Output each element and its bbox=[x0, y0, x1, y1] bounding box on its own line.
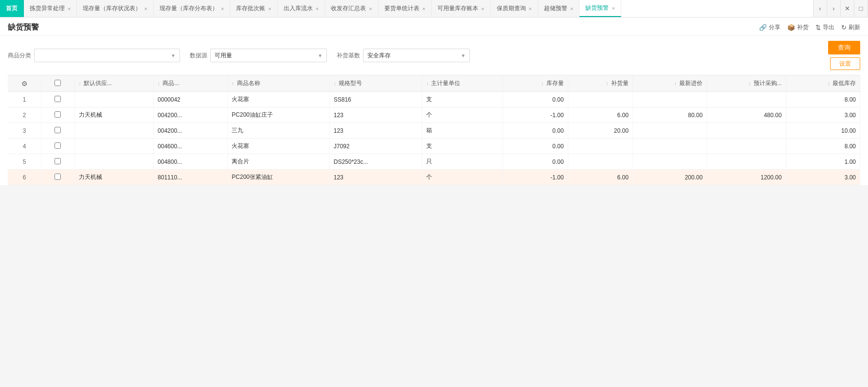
row-code: 004200... bbox=[158, 127, 182, 134]
tab-t9[interactable]: 保质期查询× bbox=[491, 0, 538, 17]
stock-sort-icon[interactable]: ↕ bbox=[541, 81, 543, 86]
row-min-stock: 8.00 bbox=[845, 96, 856, 103]
th-settings[interactable]: ⚙ bbox=[8, 75, 41, 92]
name-sort-icon[interactable]: ↕ bbox=[232, 81, 234, 86]
tab-close-icon[interactable]: × bbox=[316, 6, 319, 12]
row-checkbox[interactable] bbox=[54, 127, 61, 133]
row-stock: -1.00 bbox=[550, 112, 563, 119]
tab-close-icon[interactable]: × bbox=[68, 6, 71, 12]
th-checkbox[interactable] bbox=[41, 75, 75, 92]
tab-close-icon[interactable]: × bbox=[221, 6, 224, 12]
select-all-checkbox[interactable] bbox=[54, 80, 61, 86]
row-code: 004200... bbox=[158, 112, 182, 119]
row-replenish: 6.00 bbox=[617, 174, 628, 181]
row-spec: J7092 bbox=[334, 143, 350, 150]
tab-t2[interactable]: 现存量（库存状况表）× bbox=[77, 0, 153, 17]
tab-t4[interactable]: 库存批次账× bbox=[230, 0, 277, 17]
row-checkbox[interactable] bbox=[54, 158, 61, 164]
tab-scroll-left-btn[interactable]: ‹ bbox=[814, 0, 827, 17]
price-sort-icon[interactable]: ↕ bbox=[674, 81, 677, 86]
th-name: ↕ 商品名称 bbox=[228, 75, 329, 92]
tab-label: 保质期查询 bbox=[497, 4, 526, 13]
row-index: 1 bbox=[23, 96, 26, 103]
row-checkbox[interactable] bbox=[54, 96, 61, 102]
tab-label: 现存量（库存状况表） bbox=[83, 4, 141, 13]
tab-t1[interactable]: 拣货异常处理× bbox=[24, 0, 77, 17]
code-sort-icon[interactable]: ↕ bbox=[158, 81, 160, 86]
tab-close-icon[interactable]: × bbox=[422, 6, 425, 12]
row-checkbox[interactable] bbox=[54, 142, 61, 149]
tab-close-icon[interactable]: × bbox=[570, 6, 573, 12]
datasource-chevron-icon: ▼ bbox=[318, 53, 323, 58]
tab-t8[interactable]: 可用量库存账本× bbox=[432, 0, 490, 17]
row-stock: 0.00 bbox=[552, 158, 563, 165]
datasource-select[interactable]: 可用量 ▼ bbox=[210, 49, 327, 62]
row-stock: -1.00 bbox=[550, 174, 563, 181]
share-label: 分享 bbox=[769, 23, 780, 32]
tab-home-label: 首页 bbox=[6, 4, 18, 13]
refresh-icon: ↻ bbox=[841, 24, 847, 31]
tab-close-icon[interactable]: × bbox=[369, 6, 372, 12]
table-body: 10000042火花塞SS816支0.008.002力天机械004200...P… bbox=[8, 92, 860, 185]
replenish-label: 补货 bbox=[797, 23, 809, 32]
datasource-value: 可用量 bbox=[215, 52, 232, 60]
tab-t10[interactable]: 超储预警× bbox=[538, 0, 579, 17]
tab-label: 出入库流水 bbox=[284, 4, 313, 13]
share-button[interactable]: 🔗 分享 bbox=[759, 23, 780, 32]
row-index: 2 bbox=[23, 112, 26, 119]
share-icon: 🔗 bbox=[759, 24, 767, 31]
settings-gear-icon[interactable]: ⚙ bbox=[21, 80, 28, 88]
datasource-filter: 数据源 可用量 ▼ bbox=[190, 49, 327, 62]
tab-close-icon[interactable]: × bbox=[268, 6, 271, 12]
row-checkbox[interactable] bbox=[54, 174, 61, 180]
row-checkbox[interactable] bbox=[54, 111, 61, 118]
tab-t5[interactable]: 出入库流水× bbox=[278, 0, 325, 17]
row-spec: 123 bbox=[334, 112, 344, 119]
tab-label: 可用量库存账本 bbox=[437, 4, 478, 13]
settings-button[interactable]: 设置 bbox=[830, 57, 860, 70]
tab-close-icon[interactable]: × bbox=[144, 6, 147, 12]
row-name: 火花塞 bbox=[232, 142, 249, 149]
tab-t11[interactable]: 缺货预警× bbox=[579, 0, 621, 17]
query-button[interactable]: 查询 bbox=[828, 41, 860, 54]
table-container: ⚙ ↕ 默认供应... ↕ 商品... ↕ 商品名称 bbox=[0, 75, 868, 185]
category-select[interactable]: ▼ bbox=[34, 49, 180, 62]
row-supplier: 力天机械 bbox=[79, 111, 102, 118]
tab-close-icon[interactable]: × bbox=[529, 6, 532, 12]
tab-close-icon[interactable]: × bbox=[612, 5, 615, 11]
tab-close-btn[interactable]: ✕ bbox=[841, 0, 854, 17]
table-row: 2力天机械004200...PC200油缸庄子123个-1.006.0080.0… bbox=[8, 107, 860, 123]
th-unit: ↕ 主计量单位 bbox=[422, 75, 503, 92]
unit-sort-icon[interactable]: ↕ bbox=[426, 81, 429, 86]
replenish-sort-icon[interactable]: ↕ bbox=[606, 81, 609, 86]
row-latest-price: 80.00 bbox=[688, 112, 703, 119]
tab-t6[interactable]: 收发存汇总表× bbox=[325, 0, 378, 17]
tab-home[interactable]: 首页 bbox=[0, 0, 24, 17]
export-label: 导出 bbox=[823, 23, 834, 32]
tab-label: 超储预警 bbox=[544, 4, 567, 13]
refresh-button[interactable]: ↻ 刷新 bbox=[841, 23, 860, 32]
replenish-base-chevron-icon: ▼ bbox=[461, 53, 466, 58]
tab-t3[interactable]: 现存量（库存分布表）× bbox=[154, 0, 230, 17]
th-min-stock: ↕ 最低库存 bbox=[786, 75, 860, 92]
replenish-button[interactable]: 📦 补货 bbox=[787, 23, 809, 32]
tab-close-icon[interactable]: × bbox=[481, 6, 484, 12]
replenish-base-select[interactable]: 安全库存 ▼ bbox=[363, 49, 470, 62]
row-index: 4 bbox=[23, 143, 26, 150]
row-stock: 0.00 bbox=[552, 96, 563, 103]
tab-label: 现存量（库存分布表） bbox=[160, 4, 218, 13]
data-table: ⚙ ↕ 默认供应... ↕ 商品... ↕ 商品名称 bbox=[8, 75, 860, 185]
spec-sort-icon[interactable]: ↕ bbox=[334, 81, 336, 86]
tab-t7[interactable]: 要货单统计表× bbox=[379, 0, 432, 17]
export-button[interactable]: ⇅ 导出 bbox=[815, 23, 834, 32]
est-purchase-sort-icon[interactable]: ↕ bbox=[748, 81, 751, 86]
min-stock-sort-icon[interactable]: ↕ bbox=[828, 81, 830, 86]
tab-nav-controls: ‹ › ✕ □ bbox=[813, 0, 868, 17]
tab-scroll-right-btn[interactable]: › bbox=[827, 0, 841, 17]
tab-bar: 首页 拣货异常处理×现存量（库存状况表）×现存量（库存分布表）×库存批次账×出入… bbox=[0, 0, 868, 18]
category-label: 商品分类 bbox=[8, 52, 31, 60]
supplier-sort-icon[interactable]: ↕ bbox=[79, 81, 81, 86]
tab-restore-btn[interactable]: □ bbox=[854, 0, 868, 17]
th-price: ↕ 最新进价 bbox=[633, 75, 706, 92]
row-min-stock: 1.00 bbox=[845, 158, 856, 165]
